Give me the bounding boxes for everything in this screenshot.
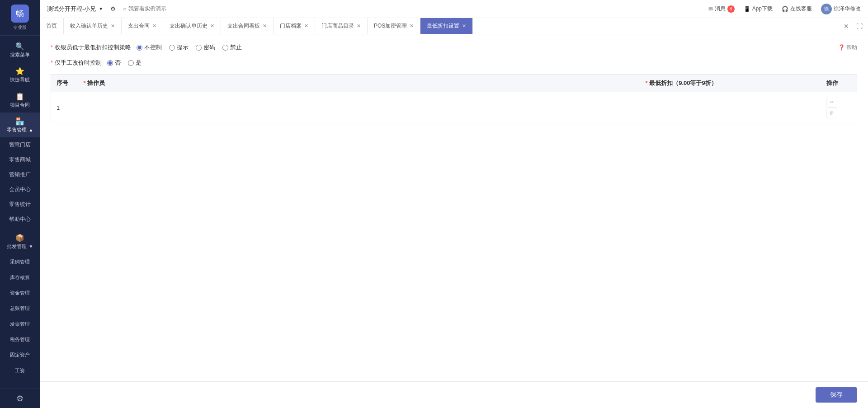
sidebar-item-salary[interactable] bbox=[0, 378, 40, 387]
delete-row-button[interactable]: 🗑 bbox=[826, 108, 837, 118]
messages-label: 消息 bbox=[715, 5, 726, 13]
manual-price-no[interactable]: 否 bbox=[107, 59, 121, 67]
settings-icon[interactable]: ⚙ bbox=[16, 394, 24, 403]
edit-row-button[interactable]: ✏ bbox=[826, 97, 837, 108]
manual-price-yes[interactable]: 是 bbox=[128, 59, 142, 67]
download-icon: 📱 bbox=[744, 6, 750, 12]
smart-store-label: 智慧门店 bbox=[9, 141, 31, 149]
sidebar-item-retail-mall[interactable]: 零售商城 bbox=[0, 152, 40, 167]
app-download-button[interactable]: 📱 App下载 bbox=[744, 5, 773, 13]
strategy-no-control[interactable]: 不控制 bbox=[137, 43, 162, 52]
expand-tab-button[interactable]: ⛶ bbox=[854, 22, 864, 31]
tab-pos-encrypt[interactable]: POS加密管理 ✕ bbox=[368, 18, 420, 34]
sidebar-item-quick-nav[interactable]: ⭐ 快捷导航 bbox=[0, 62, 40, 87]
sidebar-item-label: 资金管理 bbox=[10, 290, 30, 296]
tab-income-confirm[interactable]: 收入确认单历史 ✕ bbox=[64, 18, 122, 34]
help-link[interactable]: ❓ 帮助 bbox=[838, 44, 857, 52]
avatar: 徐 bbox=[821, 4, 832, 14]
sidebar-item-help-center[interactable]: 帮助中心 bbox=[0, 212, 40, 227]
close-tab-button[interactable]: ✕ bbox=[842, 22, 851, 31]
tab-close-icon[interactable]: ✕ bbox=[210, 23, 214, 29]
tab-store-catalog[interactable]: 门店商品目录 ✕ bbox=[315, 18, 368, 34]
tab-label: 支出合同看板 bbox=[227, 22, 260, 30]
user-menu[interactable]: 徐 徐泽华修改 bbox=[821, 4, 861, 14]
messages-button[interactable]: ✉ 消息 8 bbox=[708, 5, 735, 13]
tab-close-icon[interactable]: ✕ bbox=[152, 23, 156, 29]
sidebar-item-ledger-mgmt[interactable]: 发票管理 bbox=[0, 316, 40, 332]
col-action-header: 操作 bbox=[821, 75, 857, 92]
cell-seq: 1 bbox=[51, 92, 78, 123]
tab-close-icon[interactable]: ✕ bbox=[357, 23, 361, 29]
save-button[interactable]: 保存 bbox=[816, 387, 857, 403]
app-download-label: App下载 bbox=[752, 5, 773, 13]
sidebar-item-member-center[interactable]: 会员中心 bbox=[0, 182, 40, 197]
sidebar-menu: 🔍 搜索菜单 ⭐ 快捷导航 📋 项目合同 🏪 零售管理 ▲ 智慧门店 零售商城 … bbox=[0, 36, 40, 389]
sidebar-item-fixed-assets[interactable]: 工资 bbox=[0, 363, 40, 378]
strategy-prompt-radio[interactable] bbox=[169, 45, 175, 51]
sidebar-item-ecommerce[interactable]: 采购管理 bbox=[0, 254, 40, 269]
sidebar-item-label: 固定资产 bbox=[10, 352, 30, 358]
discount-table: 序号 操作员 最低折扣（9.00等于9折） 操作 1 ✏ 🗑 bbox=[51, 74, 857, 123]
sidebar-item-purchase-mgmt[interactable]: 库存核算 bbox=[0, 270, 40, 285]
batch-mgmt-icon: 📦 bbox=[15, 234, 24, 242]
sidebar-item-label: 工资 bbox=[15, 367, 25, 374]
cell-operator bbox=[78, 92, 640, 123]
strategy-forbid-radio[interactable] bbox=[222, 45, 228, 51]
tab-store-file[interactable]: 门店档案 ✕ bbox=[274, 18, 315, 34]
settings-button[interactable]: ⚙ bbox=[110, 5, 116, 12]
tabs-actions: ✕ ⛶ bbox=[842, 22, 868, 31]
sidebar-bottom: ⚙ bbox=[0, 389, 40, 408]
user-name: 徐泽华修改 bbox=[834, 5, 861, 13]
tab-close-icon[interactable]: ✕ bbox=[410, 23, 414, 29]
manual-price-no-radio[interactable] bbox=[107, 60, 113, 66]
strategy-password[interactable]: 密码 bbox=[196, 43, 215, 52]
tab-close-icon[interactable]: ✕ bbox=[304, 23, 308, 29]
tab-min-discount[interactable]: 最低折扣设置 ✕ bbox=[420, 18, 473, 34]
main-area: 测试分开开程-小兄 ▼ ⚙ ○ 我要看实例演示 ✉ 消息 8 📱 App下载 bbox=[40, 0, 868, 408]
help-center-label: 帮助中心 bbox=[9, 216, 31, 223]
demo-link[interactable]: ○ 我要看实例演示 bbox=[123, 5, 166, 13]
sidebar-item-label: 快捷导航 bbox=[10, 76, 30, 83]
messages-badge: 8 bbox=[727, 5, 735, 13]
project-contract-icon: 📋 bbox=[15, 92, 24, 101]
sidebar-item-inventory-calc[interactable]: 资金管理 bbox=[0, 285, 40, 300]
strategy-forbid[interactable]: 禁止 bbox=[222, 43, 242, 52]
sidebar-item-search-menu[interactable]: 🔍 搜索菜单 bbox=[0, 38, 40, 62]
tab-home[interactable]: 首页 bbox=[40, 18, 64, 34]
manual-price-yes-radio[interactable] bbox=[128, 60, 134, 66]
quick-nav-icon: ⭐ bbox=[15, 67, 24, 75]
tab-label: 支出确认单历史 bbox=[170, 22, 208, 30]
header-right: ✉ 消息 8 📱 App下载 🎧 在线客服 徐 徐泽华修改 bbox=[708, 4, 861, 14]
strategy-no-control-radio[interactable] bbox=[137, 45, 142, 51]
marketing-label: 营销推广 bbox=[9, 171, 31, 178]
sidebar-item-project-contract[interactable]: 📋 项目合同 bbox=[0, 88, 40, 113]
sidebar-item-retail-mgmt[interactable]: 🏪 零售管理 ▲ bbox=[0, 113, 40, 137]
sidebar-item-label: 发票管理 bbox=[10, 321, 30, 327]
strategy-password-radio[interactable] bbox=[196, 45, 202, 51]
tab-close-icon[interactable]: ✕ bbox=[263, 23, 267, 29]
sidebar-logo: 畅 专业版 bbox=[0, 0, 40, 36]
sidebar-item-retail-stats[interactable]: 零售统计 bbox=[0, 197, 40, 212]
tab-payment-contract[interactable]: 支出合同 ✕ bbox=[122, 18, 163, 34]
customer-service-label: 在线客服 bbox=[790, 5, 812, 13]
manual-price-yes-label: 是 bbox=[136, 59, 142, 67]
cell-action: ✏ 🗑 bbox=[821, 92, 857, 123]
sidebar-item-marketing[interactable]: 营销推广 bbox=[0, 167, 40, 182]
sidebar-item-batch-mgmt[interactable]: 📦 批发管理 ▼ bbox=[0, 229, 40, 254]
tab-label: POS加密管理 bbox=[374, 22, 407, 30]
tabs-bar: 首页 收入确认单历史 ✕ 支出合同 ✕ 支出确认单历史 ✕ 支出合同看板 ✕ 门… bbox=[40, 18, 868, 34]
strategy-prompt[interactable]: 提示 bbox=[169, 43, 189, 52]
tab-payment-confirm[interactable]: 支出确认单历史 ✕ bbox=[163, 18, 221, 34]
customer-service-button[interactable]: 🎧 在线客服 bbox=[782, 5, 812, 13]
sidebar-item-fund-mgmt[interactable]: 总账管理 bbox=[0, 300, 40, 316]
header-project[interactable]: 测试分开开程-小兄 ▼ bbox=[47, 5, 103, 13]
sidebar-item-tax-mgmt[interactable]: 固定资产 bbox=[0, 347, 40, 362]
sidebar-item-label: 搜索菜单 bbox=[10, 52, 30, 58]
tab-payment-board[interactable]: 支出合同看板 ✕ bbox=[221, 18, 274, 34]
cashier-strategy-row: 收银员低于最低折扣控制策略 不控制 提示 密码 bbox=[51, 43, 857, 52]
sidebar-item-smart-store[interactable]: 智慧门店 bbox=[0, 137, 40, 152]
tab-close-icon[interactable]: ✕ bbox=[111, 23, 115, 29]
sidebar-item-invoice-mgmt[interactable]: 税务管理 bbox=[0, 332, 40, 347]
tab-close-icon[interactable]: ✕ bbox=[462, 23, 466, 29]
service-icon: 🎧 bbox=[782, 6, 788, 12]
